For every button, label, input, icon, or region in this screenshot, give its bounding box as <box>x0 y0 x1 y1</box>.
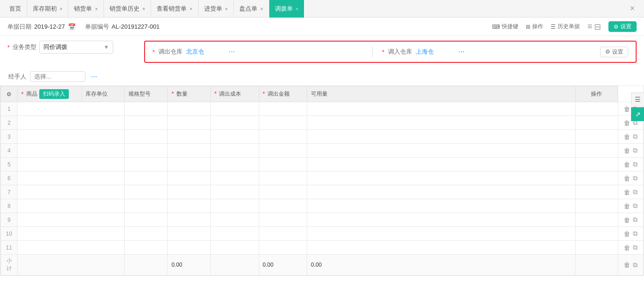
cost-cell[interactable] <box>259 102 307 116</box>
tab-sales-order[interactable]: 销货单 × <box>68 0 103 18</box>
delete-icon[interactable]: 🗑 <box>624 133 630 140</box>
amount-cell[interactable] <box>307 116 575 130</box>
spec-cell[interactable] <box>168 199 211 213</box>
delete-icon[interactable]: 🗑 <box>624 216 630 224</box>
amount-cell[interactable] <box>307 171 575 185</box>
available-cell[interactable] <box>575 227 618 241</box>
amount-cell[interactable] <box>307 227 575 241</box>
qty-cell[interactable] <box>211 102 259 116</box>
window-close-button[interactable]: × <box>624 4 640 13</box>
amount-cell[interactable] <box>307 199 575 213</box>
copy-icon[interactable]: ⧉ <box>633 230 638 238</box>
copy-icon[interactable]: ⧉ <box>633 202 638 210</box>
product-cell[interactable] <box>18 185 125 199</box>
spec-cell[interactable] <box>168 213 211 227</box>
layout-list-icon[interactable]: ≡ <box>587 22 592 31</box>
close-icon[interactable]: × <box>142 6 145 12</box>
in-warehouse-more-btn[interactable]: ··· <box>458 48 464 56</box>
available-cell[interactable] <box>575 102 618 116</box>
copy-icon[interactable]: ⧉ <box>633 261 638 269</box>
history-btn[interactable]: ☰ 历史单据 <box>551 23 580 31</box>
available-cell[interactable] <box>575 144 618 158</box>
unit-cell[interactable] <box>125 213 168 227</box>
delete-icon[interactable]: 🗑 <box>624 161 630 168</box>
unit-cell[interactable] <box>125 102 168 116</box>
unit-cell[interactable] <box>125 199 168 213</box>
spec-cell[interactable] <box>168 158 211 171</box>
spec-cell[interactable] <box>168 130 211 144</box>
delete-icon[interactable]: 🗑 <box>624 230 630 238</box>
settings-gear-icon[interactable]: ⚙ <box>6 91 12 98</box>
available-cell[interactable] <box>575 171 618 185</box>
unit-cell[interactable] <box>125 158 168 171</box>
cost-cell[interactable] <box>259 171 307 185</box>
tab-inventory-init[interactable]: 库存期初 × <box>27 0 68 18</box>
tab-sales-history[interactable]: 销货单历史 × <box>104 0 151 18</box>
unit-cell[interactable] <box>125 144 168 158</box>
spec-cell[interactable] <box>168 144 211 158</box>
product-cell[interactable] <box>18 213 125 227</box>
amount-cell[interactable] <box>307 185 575 199</box>
out-warehouse-more-btn[interactable]: ··· <box>229 48 235 56</box>
close-icon[interactable]: × <box>225 6 228 12</box>
product-cell[interactable] <box>18 227 125 241</box>
cost-cell[interactable] <box>259 199 307 213</box>
close-icon[interactable]: × <box>189 6 192 12</box>
settings-button[interactable]: ⚙ 设置 <box>608 21 637 32</box>
handler-input[interactable] <box>30 71 85 82</box>
delete-icon[interactable]: 🗑 <box>624 105 630 113</box>
qty-cell[interactable] <box>211 185 259 199</box>
copy-icon[interactable]: ⧉ <box>633 174 638 182</box>
float-list-btn[interactable]: ☰ <box>631 92 644 106</box>
available-cell[interactable] <box>575 199 618 213</box>
delete-icon[interactable]: 🗑 <box>624 244 630 251</box>
float-expand-btn[interactable]: ⇗ <box>631 107 644 121</box>
tab-stocktake[interactable]: 盘点单 × <box>234 0 269 18</box>
tab-view-sales[interactable]: 查看销货单 × <box>151 0 198 18</box>
qty-cell[interactable] <box>211 199 259 213</box>
cost-cell[interactable] <box>259 227 307 241</box>
unit-cell[interactable] <box>125 130 168 144</box>
product-cell[interactable] <box>18 171 125 185</box>
qty-cell[interactable] <box>211 116 259 130</box>
amount-cell[interactable] <box>307 241 575 255</box>
available-cell[interactable] <box>575 185 618 199</box>
available-cell[interactable] <box>575 241 618 255</box>
qty-cell[interactable] <box>211 241 259 255</box>
amount-cell[interactable] <box>307 130 575 144</box>
available-cell[interactable] <box>575 213 618 227</box>
unit-cell[interactable] <box>125 241 168 255</box>
cost-cell[interactable] <box>259 158 307 171</box>
delete-icon[interactable]: 🗑 <box>624 175 630 182</box>
copy-icon[interactable]: ⧉ <box>633 160 638 168</box>
copy-icon[interactable]: ⧉ <box>633 146 638 154</box>
operation-btn[interactable]: ⊞ 操作 <box>526 23 543 31</box>
available-cell[interactable] <box>575 116 618 130</box>
qty-cell[interactable] <box>211 213 259 227</box>
handler-more-btn[interactable]: ··· <box>91 73 97 81</box>
product-cell[interactable] <box>18 102 125 116</box>
tab-home[interactable]: 首页 <box>4 0 27 18</box>
unit-cell[interactable] <box>125 171 168 185</box>
copy-icon[interactable]: ⧉ <box>633 188 638 196</box>
close-icon[interactable]: × <box>95 6 97 12</box>
delete-icon[interactable]: 🗑 <box>624 147 630 154</box>
amount-cell[interactable] <box>307 213 575 227</box>
date-value[interactable]: 2019-12-27 <box>34 23 65 30</box>
qty-cell[interactable] <box>211 144 259 158</box>
cost-cell[interactable] <box>259 213 307 227</box>
spec-cell[interactable] <box>168 102 211 116</box>
spec-cell[interactable] <box>168 227 211 241</box>
close-icon[interactable]: × <box>60 6 62 12</box>
delete-icon[interactable]: 🗑 <box>624 119 630 127</box>
qty-cell[interactable] <box>211 171 259 185</box>
cost-cell[interactable] <box>259 130 307 144</box>
product-cell[interactable] <box>18 130 125 144</box>
available-cell[interactable] <box>575 158 618 171</box>
amount-cell[interactable] <box>307 144 575 158</box>
copy-icon[interactable]: ⧉ <box>633 244 638 251</box>
product-cell[interactable] <box>18 158 125 171</box>
copy-icon[interactable]: ⧉ <box>633 216 638 224</box>
warehouse-settings-btn[interactable]: ⚙ 设置 <box>600 47 628 57</box>
tab-purchase[interactable]: 进货单 × <box>199 0 234 18</box>
